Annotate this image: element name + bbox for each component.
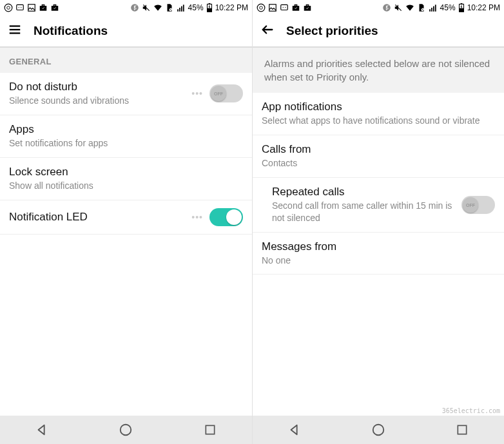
signal-icon — [177, 3, 186, 12]
svg-rect-43 — [460, 3, 462, 4]
briefcase-icon — [303, 3, 312, 12]
svg-rect-8 — [53, 5, 56, 6]
item-lock-screen[interactable]: Lock screen Show all notifications — [0, 158, 252, 200]
nav-home[interactable] — [337, 423, 420, 437]
item-subtitle: No one — [262, 255, 490, 267]
item-subtitle: Show all notifications — [9, 180, 238, 192]
svg-rect-41 — [435, 5, 436, 11]
svg-point-2 — [19, 7, 19, 8]
clock-time: 10:22 PM — [467, 3, 500, 12]
svg-point-25 — [257, 4, 265, 12]
back-arrow-icon[interactable] — [260, 23, 275, 39]
item-title: Messages from — [262, 240, 490, 253]
image-icon — [27, 3, 36, 12]
chat-icon — [15, 3, 24, 12]
nav-recent[interactable] — [168, 423, 251, 436]
nav-home[interactable] — [84, 423, 168, 437]
item-title: Lock screen — [9, 166, 238, 179]
screen-notifications: 45% 10:22 PM Notifications GENERAL Do no… — [0, 0, 252, 444]
toggle-dnd[interactable] — [209, 84, 243, 102]
item-messages-from[interactable]: Messages from No one — [253, 233, 504, 275]
item-subtitle: Set notifications for apps — [9, 137, 238, 150]
battery-percent: 45% — [440, 3, 456, 12]
bluetooth-icon — [382, 3, 391, 12]
item-app-notifications[interactable]: App notifications Select what apps to ha… — [253, 93, 504, 135]
signal-icon — [429, 3, 438, 12]
svg-rect-31 — [295, 5, 297, 6]
item-subtitle: Select what apps to have notifications s… — [262, 115, 490, 127]
battery-charging-icon — [458, 3, 465, 12]
svg-rect-24 — [206, 425, 214, 434]
sync-icon — [257, 3, 266, 12]
item-apps[interactable]: Apps Set notifications for apps — [0, 115, 252, 158]
svg-rect-27 — [281, 5, 288, 10]
item-title: App notifications — [262, 101, 490, 113]
action-bar: Notifications — [0, 15, 252, 48]
svg-point-3 — [21, 7, 21, 8]
item-title: Notification LED — [9, 211, 186, 224]
svg-rect-19 — [207, 8, 211, 12]
wifi-icon — [405, 3, 414, 12]
svg-rect-39 — [431, 8, 432, 12]
no-sim-icon — [417, 3, 426, 12]
svg-rect-46 — [458, 425, 466, 434]
briefcase-icon — [50, 3, 59, 12]
item-do-not-disturb[interactable]: Do not disturb Silence sounds and vibrat… — [0, 73, 252, 115]
item-calls-from[interactable]: Calls from Contacts — [253, 135, 504, 178]
item-subtitle: Second call from same caller within 15 m… — [272, 200, 456, 224]
svg-rect-6 — [42, 5, 44, 6]
info-banner: Alarms and priorities selected below are… — [253, 48, 504, 93]
wifi-icon — [153, 3, 162, 12]
toggle-repeated-calls[interactable] — [461, 196, 495, 214]
svg-rect-26 — [269, 5, 276, 12]
bluetooth-icon — [130, 3, 139, 12]
svg-rect-38 — [429, 9, 431, 11]
svg-rect-4 — [28, 5, 35, 12]
svg-rect-44 — [459, 8, 463, 12]
svg-point-0 — [5, 4, 12, 12]
svg-point-9 — [131, 4, 139, 12]
svg-rect-33 — [306, 5, 309, 6]
item-title: Calls from — [262, 143, 490, 156]
item-repeated-calls[interactable]: Repeated calls Second call from same cal… — [253, 178, 504, 233]
svg-point-29 — [285, 7, 286, 8]
mute-icon — [142, 3, 151, 12]
toggle-led[interactable]: ON — [209, 208, 243, 226]
sync-icon — [4, 3, 13, 12]
watermark: 365electric.com — [442, 407, 500, 414]
screen-select-priorities: 45% 10:22 PM Select priorities Alarms an… — [252, 0, 504, 444]
item-subtitle: Silence sounds and vibrations — [9, 95, 186, 107]
nav-recent[interactable] — [421, 423, 504, 436]
page-title: Select priorities — [286, 24, 378, 38]
chat-icon — [280, 3, 289, 12]
no-sim-icon — [165, 3, 174, 12]
image-icon — [268, 3, 277, 12]
status-bar: 45% 10:22 PM — [0, 0, 252, 15]
briefcase-icon — [291, 3, 300, 12]
svg-rect-18 — [208, 3, 210, 4]
nav-bar — [0, 416, 252, 444]
page-title: Notifications — [34, 24, 108, 38]
more-icon[interactable]: ••• — [191, 212, 203, 222]
status-bar: 45% 10:22 PM — [253, 0, 504, 15]
battery-charging-icon — [206, 3, 213, 12]
item-title: Repeated calls — [272, 186, 456, 198]
svg-rect-1 — [17, 5, 24, 10]
item-subtitle: Contacts — [262, 157, 490, 169]
svg-rect-16 — [183, 5, 184, 11]
svg-rect-13 — [177, 9, 179, 11]
more-icon[interactable]: ••• — [191, 88, 203, 99]
svg-point-34 — [383, 4, 391, 12]
battery-percent: 45% — [188, 3, 204, 12]
svg-point-23 — [121, 425, 131, 436]
svg-rect-15 — [181, 6, 182, 12]
briefcase-icon — [39, 3, 48, 12]
nav-back[interactable] — [1, 423, 84, 437]
menu-icon[interactable] — [8, 23, 22, 39]
svg-rect-40 — [433, 6, 434, 12]
svg-point-28 — [283, 7, 284, 8]
item-notification-led[interactable]: Notification LED ••• ON — [0, 200, 252, 235]
section-general: GENERAL — [0, 48, 252, 73]
nav-bar — [253, 416, 504, 444]
nav-back[interactable] — [253, 423, 336, 437]
